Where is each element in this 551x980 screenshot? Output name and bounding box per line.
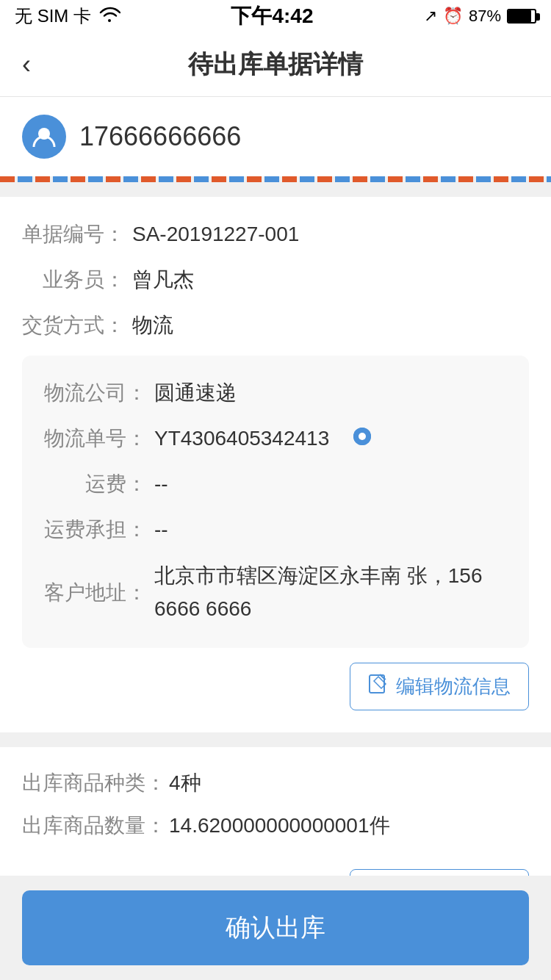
battery-label: 87%: [469, 7, 501, 26]
freight-bearer-value: --: [154, 514, 507, 545]
confirm-outbound-button[interactable]: 确认出库: [22, 890, 529, 965]
wifi-icon: [98, 6, 120, 26]
sales-person-label: 业务员：: [22, 264, 125, 295]
goods-quantity-label: 出库商品数量：: [22, 812, 169, 840]
back-button[interactable]: ‹: [22, 49, 31, 80]
goods-types-label: 出库商品种类：: [22, 769, 169, 797]
delivery-method-label: 交货方式：: [22, 310, 125, 341]
tracking-number-row: 物流单号： YT43064053424​13: [44, 423, 507, 454]
sales-person-row: 业务员： 曾凡杰: [22, 264, 529, 295]
goods-types-value: 4种: [169, 769, 201, 797]
location-icon: ↗: [424, 7, 437, 26]
alarm-icon: ⏰: [443, 7, 463, 26]
goods-quantity-value: 14.620000000000001件: [169, 812, 390, 840]
goods-types-row: 出库商品种类： 4种: [22, 769, 529, 797]
edit-logistics-label: 编辑物流信息: [396, 674, 511, 699]
dashed-divider: [0, 176, 551, 182]
freight-row: 运费： --: [44, 469, 507, 500]
order-info-section: 单据编号： SA-20191227-001 业务员： 曾凡杰 交货方式： 物流 …: [0, 197, 551, 732]
nav-bar: ‹ 待出库单据详情: [0, 32, 551, 97]
tracking-value-wrap: YT43064053424​13: [154, 423, 507, 454]
freight-bearer-row: 运费承担： --: [44, 514, 507, 545]
time-label: 下午4:42: [231, 2, 313, 30]
sales-person-value: 曾凡杰: [132, 264, 529, 295]
customer-header: 17666666666: [0, 97, 551, 176]
freight-label: 运费：: [44, 469, 147, 500]
address-label: 客户地址：: [44, 577, 147, 608]
address-row: 客户地址： 北京市市辖区海淀区永丰南 张，156 6666 6666: [44, 560, 507, 626]
section-separator-1: [0, 732, 551, 747]
location-pin-icon[interactable]: [350, 426, 375, 451]
tracking-label: 物流单号：: [44, 423, 147, 454]
carrier-label: 无 SIM 卡: [15, 4, 91, 28]
logistics-card: 物流公司： 圆通速递 物流单号： YT43064053424​13: [22, 356, 529, 648]
page-title: 待出库单据详情: [188, 48, 363, 82]
order-number-row: 单据编号： SA-20191227-001: [22, 219, 529, 250]
goods-quantity-row: 出库商品数量： 14.620000000000001件: [22, 812, 529, 840]
avatar: [22, 115, 66, 159]
logistics-company-label: 物流公司：: [44, 378, 147, 408]
freight-value: --: [154, 469, 507, 500]
svg-point-4: [359, 433, 366, 440]
customer-phone: 17666666666: [79, 121, 241, 152]
tracking-number: YT43064053424​13: [154, 423, 329, 454]
battery-icon: [507, 9, 536, 24]
order-number-value: SA-20191227-001: [132, 219, 529, 250]
logistics-company-value: 圆通速递: [154, 378, 507, 408]
delivery-method-value: 物流: [132, 310, 529, 341]
edit-icon: [368, 674, 389, 699]
address-value: 北京市市辖区海淀区永丰南 张，156 6666 6666: [154, 560, 507, 626]
edit-logistics-button[interactable]: 编辑物流信息: [350, 663, 529, 710]
confirm-button-wrap: 确认出库: [0, 876, 551, 980]
delivery-method-row: 交货方式： 物流: [22, 310, 529, 341]
status-bar: 无 SIM 卡 下午4:42 ↗ ⏰ 87%: [0, 0, 551, 32]
order-number-label: 单据编号：: [22, 219, 125, 250]
logistics-company-row: 物流公司： 圆通速递: [44, 378, 507, 408]
freight-bearer-label: 运费承担：: [44, 514, 147, 545]
edit-btn-row: 编辑物流信息: [22, 648, 529, 710]
